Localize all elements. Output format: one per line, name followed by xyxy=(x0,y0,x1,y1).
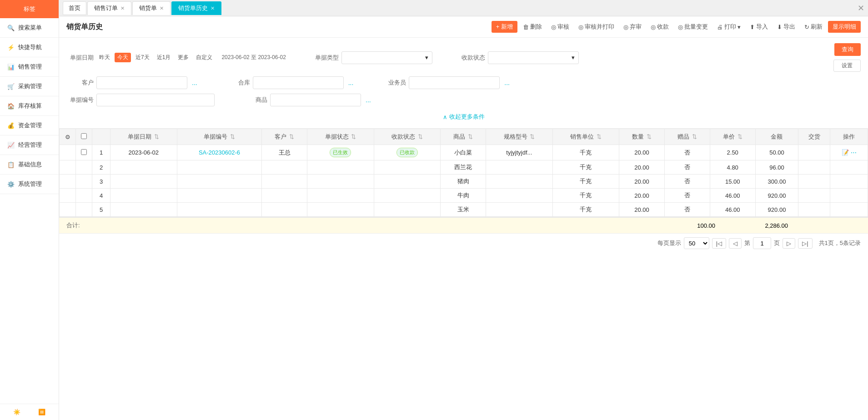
settings-button[interactable]: 设置 xyxy=(833,60,861,72)
toolbar: + 新增 🗑 删除 ◎ 审核 ◎ 审核并打印 ◎ 弃审 xyxy=(492,21,861,33)
more-conditions-toggle[interactable]: ∧ 收起更多条件 xyxy=(66,111,861,123)
print-button[interactable]: 🖨 打印 ▾ xyxy=(713,21,744,33)
per-page-label: 每页显示 xyxy=(657,239,681,247)
cell-action xyxy=(830,189,868,203)
col-payment-status[interactable]: 收款状态 ⇅ xyxy=(374,129,441,145)
row-checkbox[interactable] xyxy=(81,149,87,155)
cell-settings xyxy=(60,203,76,217)
select-all-checkbox[interactable] xyxy=(81,133,87,139)
page-number-input[interactable] xyxy=(753,237,771,249)
sidebar-item-inventory[interactable]: 🏠 库存核算 xyxy=(0,96,59,116)
sidebar-item-finance[interactable]: 💰 资金管理 xyxy=(0,116,59,135)
filter-staff: 业务员 ... xyxy=(379,76,510,89)
tab-sales-order[interactable]: 销售订单 ✕ xyxy=(87,1,131,15)
sidebar-item-sales[interactable]: 📊 销售管理 xyxy=(0,57,59,77)
sidebar-item-operations[interactable]: 📈 经营管理 xyxy=(0,135,59,155)
date-btn-7days[interactable]: 近7天 xyxy=(133,53,152,62)
next-page-button[interactable]: ▷ xyxy=(783,238,795,249)
sidebar-item-search-menu[interactable]: 🔍 搜索菜单 xyxy=(0,18,59,38)
col-gift[interactable]: 赠品 ⇅ xyxy=(664,129,710,145)
delete-button[interactable]: 🗑 删除 xyxy=(519,21,546,33)
customer-input[interactable] xyxy=(96,76,187,89)
collapse-icon: ∧ xyxy=(443,114,447,120)
col-doc-date[interactable]: 单据日期 ⇅ xyxy=(110,129,177,145)
query-button[interactable]: 查询 xyxy=(834,43,861,56)
tab-close-icon[interactable]: ✕ xyxy=(120,5,125,11)
review-button[interactable]: ◎ 审核 xyxy=(547,21,573,33)
cell-action: 📝⋯ xyxy=(830,145,868,160)
goods-ellipsis[interactable]: ... xyxy=(366,96,371,104)
first-page-button[interactable]: |◁ xyxy=(712,238,726,249)
tab-home[interactable]: 首页 xyxy=(63,1,86,15)
new-button[interactable]: + 新增 xyxy=(492,21,517,33)
col-settings[interactable]: ⚙ xyxy=(60,129,76,145)
import-icon: ⬆ xyxy=(750,24,755,30)
tab-close-icon[interactable]: ✕ xyxy=(211,5,215,11)
col-qty[interactable]: 数量 ⇅ xyxy=(619,129,665,145)
cell-settings xyxy=(60,145,76,160)
doc-no-input[interactable] xyxy=(96,94,215,106)
date-btn-yesterday[interactable]: 昨天 xyxy=(96,53,113,62)
tab-close-icon[interactable]: ✕ xyxy=(160,5,164,11)
batch-change-button[interactable]: ◎ 批量变更 xyxy=(674,21,712,33)
col-doc-no[interactable]: 单据编号 ⇅ xyxy=(177,129,262,145)
new-button-label: + 新增 xyxy=(496,23,513,31)
col-sales-unit[interactable]: 销售单位 ⇅ xyxy=(552,129,619,145)
table-row: 5 玉米 千克 20.00 否 46.00 920.00 xyxy=(60,203,868,217)
export-icon: ⬇ xyxy=(777,24,782,30)
prev-page-button[interactable]: ◁ xyxy=(729,238,742,249)
sidebar-item-basic-info[interactable]: 📋 基础信息 xyxy=(0,155,59,175)
tab-sales-history[interactable]: 销货单历史 ✕ xyxy=(171,1,221,15)
staff-ellipsis[interactable]: ... xyxy=(504,79,510,86)
close-all-tabs-button[interactable]: ✕ xyxy=(858,3,864,13)
col-goods[interactable]: 商品 ⇅ xyxy=(441,129,486,145)
page-of-label: 页 xyxy=(774,239,780,247)
pause-icon[interactable]: ⏸️ xyxy=(38,409,45,415)
cell-doc-no: SA-20230602-6 xyxy=(177,145,262,160)
edit-action[interactable]: 📝 xyxy=(842,149,849,156)
collect-button-label: 收款 xyxy=(657,23,669,31)
sidebar-item-system[interactable]: ⚙️ 系统管理 xyxy=(0,175,59,194)
export-button[interactable]: ⬇ 导出 xyxy=(773,21,799,33)
warehouse-ellipsis[interactable]: ... xyxy=(348,79,354,86)
sidebar-item-purchase[interactable]: 🛒 采购管理 xyxy=(0,77,59,96)
refresh-button[interactable]: ↻ 刷新 xyxy=(801,21,826,33)
date-btn-more[interactable]: 更多 xyxy=(175,53,191,62)
date-btn-1month[interactable]: 近1月 xyxy=(154,53,174,62)
more-action[interactable]: ⋯ xyxy=(851,149,857,156)
last-page-button[interactable]: ▷| xyxy=(798,238,812,249)
abandon-button[interactable]: ◎ 弃审 xyxy=(620,21,645,33)
cell-payment-status xyxy=(374,175,441,189)
doc-no-link[interactable]: SA-20230602-6 xyxy=(199,149,240,156)
theme-icon[interactable]: ☀️ xyxy=(13,409,20,415)
collect-button[interactable]: ◎ 收款 xyxy=(647,21,672,33)
cell-goods: 牛肉 xyxy=(441,189,486,203)
customer-ellipsis[interactable]: ... xyxy=(192,79,197,86)
date-btn-custom[interactable]: 自定义 xyxy=(193,53,215,62)
cell-goods: 猪肉 xyxy=(441,175,486,189)
col-unit-price[interactable]: 单价 ⇅ xyxy=(710,129,755,145)
col-spec-type[interactable]: 规格型号 ⇅ xyxy=(486,129,553,145)
cell-sales-unit: 千克 xyxy=(552,175,619,189)
cell-sales-unit: 千克 xyxy=(552,145,619,160)
table-container: ⚙ 单据日期 ⇅ 单据编号 ⇅ 客户 ⇅ 单据状态 ⇅ 收款状态 ⇅ 商品 ⇅ … xyxy=(59,129,868,217)
staff-input[interactable] xyxy=(409,76,500,89)
tab-sales-delivery-label: 销货单 xyxy=(139,4,157,12)
cell-settings xyxy=(60,160,76,175)
customer-label: 客户 xyxy=(66,79,94,87)
col-doc-status[interactable]: 单据状态 ⇅ xyxy=(307,129,374,145)
per-page-select[interactable]: 50 100 200 xyxy=(684,237,709,249)
tab-sales-delivery[interactable]: 销货单 ✕ xyxy=(132,1,171,15)
col-amount: 金额 xyxy=(755,129,798,145)
sidebar-item-quick-nav[interactable]: ⚡ 快捷导航 xyxy=(0,38,59,57)
doc-type-select[interactable]: ▾ xyxy=(341,51,432,64)
goods-input[interactable] xyxy=(270,94,361,106)
show-detail-button[interactable]: 显示明细 xyxy=(828,21,861,33)
filter-customer: 客户 ... xyxy=(66,76,197,89)
import-button[interactable]: ⬆ 导入 xyxy=(746,21,772,33)
warehouse-input[interactable] xyxy=(253,76,344,89)
col-customer[interactable]: 客户 ⇅ xyxy=(262,129,307,145)
review-print-button[interactable]: ◎ 审核并打印 xyxy=(575,21,618,33)
payment-status-select[interactable]: ▾ xyxy=(488,51,579,64)
date-btn-today[interactable]: 今天 xyxy=(115,53,131,62)
